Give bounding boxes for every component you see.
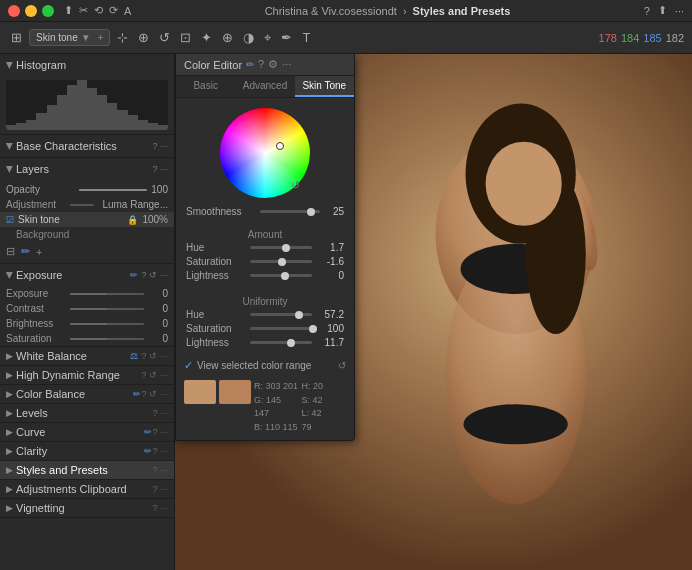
- layer-settings-icon[interactable]: ⊟: [6, 245, 15, 258]
- lock-icon[interactable]: 🔒: [127, 215, 138, 225]
- question-icon[interactable]: ?: [141, 389, 146, 399]
- brightness-slider[interactable]: [70, 323, 144, 325]
- cursor-tool[interactable]: ⊹: [114, 28, 131, 47]
- more-icon[interactable]: ···: [160, 465, 168, 475]
- toolbar-icon[interactable]: A: [124, 5, 131, 17]
- more-icon[interactable]: ···: [160, 503, 168, 513]
- question-icon[interactable]: ?: [152, 141, 157, 151]
- healing-tool[interactable]: ✦: [198, 28, 215, 47]
- question-icon[interactable]: ?: [152, 484, 157, 494]
- smoothness-slider[interactable]: [260, 210, 320, 213]
- question-icon[interactable]: ?: [152, 427, 157, 437]
- brush-tool[interactable]: ⌖: [261, 28, 274, 48]
- question-icon[interactable]: ?: [152, 465, 157, 475]
- white-balance-section[interactable]: ▶ White Balance ⚖ ? ↺ ···: [0, 347, 174, 366]
- more-icon[interactable]: ···: [160, 389, 168, 399]
- question-icon[interactable]: ?: [141, 370, 146, 380]
- pen-icon[interactable]: ✏: [130, 270, 138, 280]
- toolbar-icon[interactable]: ⟲: [94, 4, 103, 17]
- more-icon[interactable]: ···: [160, 446, 168, 456]
- window-controls[interactable]: [8, 5, 54, 17]
- ce-settings-icon[interactable]: ⚙: [268, 58, 278, 71]
- checkbox-icon[interactable]: ☑: [6, 215, 14, 225]
- luma-range-label[interactable]: Luma Range...: [102, 199, 168, 210]
- reset-icon[interactable]: ↺: [149, 270, 157, 280]
- ce-pen-icon[interactable]: ✏: [246, 59, 254, 70]
- reset-icon[interactable]: ↺: [149, 351, 157, 361]
- question-icon[interactable]: ?: [141, 270, 146, 280]
- question-icon[interactable]: ?: [152, 164, 157, 174]
- saturation-slider[interactable]: [70, 338, 144, 340]
- pen-tool[interactable]: ✒: [278, 28, 295, 47]
- rotate-tool[interactable]: ↺: [156, 28, 173, 47]
- reset-icon[interactable]: ↺: [149, 370, 157, 380]
- contrast-slider[interactable]: [70, 308, 144, 310]
- more-icon[interactable]: ···: [160, 164, 168, 174]
- crop-tool[interactable]: ⊡: [177, 28, 194, 47]
- skin-tone-layer-row[interactable]: ☑ Skin tone 🔒 100%: [0, 212, 174, 227]
- exposure-header[interactable]: ▶ Exposure ✏ ? ↺ ···: [0, 264, 174, 286]
- toolbar-icon[interactable]: ⬆: [64, 4, 73, 17]
- more-icon[interactable]: ···: [160, 141, 168, 151]
- uni-hue-slider[interactable]: [250, 313, 312, 316]
- question-icon[interactable]: ?: [152, 503, 157, 513]
- wb-balance-icon[interactable]: ⚖: [130, 351, 138, 361]
- help-icon[interactable]: ?: [644, 5, 650, 17]
- color-balance-section[interactable]: ▶ Color Balance ✏ ? ↺ ···: [0, 385, 174, 404]
- adj-clipboard-section[interactable]: ▶ Adjustments Clipboard ? ···: [0, 480, 174, 499]
- skin-tone-tab[interactable]: Skin tone ▼ +: [29, 29, 110, 46]
- wheel-reset-icon[interactable]: ↺: [291, 179, 300, 192]
- hdr-section[interactable]: ▶ High Dynamic Range ? ↺ ···: [0, 366, 174, 385]
- clone-tool[interactable]: ⊕: [219, 28, 236, 47]
- background-layer-row[interactable]: Background: [0, 227, 174, 242]
- more-icon[interactable]: ···: [160, 351, 168, 361]
- adjustment-slider[interactable]: [70, 204, 94, 206]
- toolbar-icon[interactable]: ⟳: [109, 4, 118, 17]
- opacity-slider[interactable]: [79, 189, 148, 191]
- tab-skin-tone[interactable]: Skin Tone: [295, 76, 354, 97]
- more-icon[interactable]: ···: [160, 484, 168, 494]
- lightness-slider[interactable]: [250, 274, 312, 277]
- view-range-reset-icon[interactable]: ↺: [338, 360, 346, 371]
- saturation-slider[interactable]: [250, 260, 312, 263]
- view-range-check[interactable]: ✓: [184, 359, 193, 372]
- close-button[interactable]: [8, 5, 20, 17]
- exposure-slider[interactable]: [70, 293, 144, 295]
- vignetting-section[interactable]: ▶ Vignetting ? ···: [0, 499, 174, 518]
- layer-add-icon[interactable]: +: [36, 246, 42, 258]
- ce-help-icon[interactable]: ?: [258, 58, 264, 71]
- more-icon[interactable]: ···: [160, 427, 168, 437]
- levels-section[interactable]: ▶ Levels ? ···: [0, 404, 174, 423]
- reset-icon[interactable]: ↺: [149, 389, 157, 399]
- tab-basic[interactable]: Basic: [176, 76, 235, 97]
- wheel-indicator[interactable]: [276, 142, 284, 150]
- base-characteristics-header[interactable]: ▶ Base Characteristics ? ···: [0, 135, 174, 157]
- layer-pen-icon[interactable]: ✏: [21, 245, 30, 258]
- question-icon[interactable]: ?: [152, 408, 157, 418]
- clarity-section[interactable]: ▶ Clarity ✏ ? ···: [0, 442, 174, 461]
- text-tool[interactable]: T: [299, 28, 313, 47]
- uni-saturation-slider[interactable]: [250, 327, 312, 330]
- zoom-tool[interactable]: ⊕: [135, 28, 152, 47]
- more-icon[interactable]: ···: [160, 408, 168, 418]
- tab-advanced[interactable]: Advanced: [235, 76, 294, 97]
- question-icon[interactable]: ?: [152, 446, 157, 456]
- add-tab-button[interactable]: +: [98, 32, 104, 43]
- minimize-button[interactable]: [25, 5, 37, 17]
- question-icon[interactable]: ?: [141, 351, 146, 361]
- hue-slider[interactable]: [250, 246, 312, 249]
- more-icon[interactable]: ···: [160, 370, 168, 380]
- styles-presets-section[interactable]: ▶ Styles and Presets ? ···: [0, 461, 174, 480]
- layers-header[interactable]: ▶ Layers ? ···: [0, 158, 174, 180]
- grid-icon[interactable]: ⊞: [8, 28, 25, 47]
- histogram-header[interactable]: ▶ Histogram: [0, 54, 174, 76]
- toolbar-icon[interactable]: ✂: [79, 4, 88, 17]
- uni-lightness-slider[interactable]: [250, 341, 312, 344]
- share-icon[interactable]: ⬆: [658, 4, 667, 17]
- ce-more-icon[interactable]: ···: [282, 58, 291, 71]
- mask-tool[interactable]: ◑: [240, 28, 257, 47]
- more-icon[interactable]: ···: [160, 270, 168, 280]
- more-icon[interactable]: ···: [675, 5, 684, 17]
- photo-area[interactable]: Color Editor ✏ ? ⚙ ··· Basic Advanced Sk…: [175, 54, 692, 570]
- maximize-button[interactable]: [42, 5, 54, 17]
